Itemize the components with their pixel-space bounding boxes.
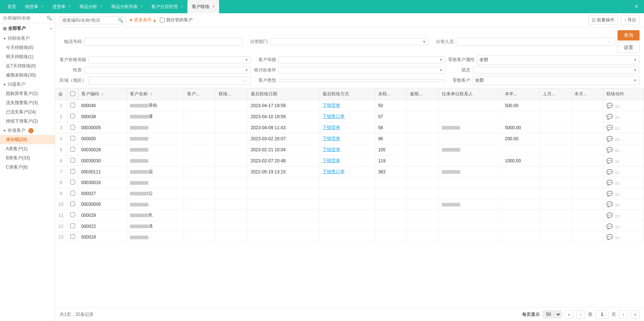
row-select-checkbox[interactable]	[70, 169, 75, 174]
tab-customer-contact[interactable]: 客户联络 ×	[187, 0, 219, 13]
message-icon[interactable]: 💬	[606, 191, 613, 197]
message-icon[interactable]: 💬	[606, 147, 613, 153]
tab-purchase-order[interactable]: 进货单 ×	[48, 0, 75, 13]
customer-type-select[interactable]	[278, 79, 446, 82]
settings-icon[interactable]: ⚙	[58, 91, 63, 97]
close-tab-product-analysis[interactable]: ×	[100, 0, 102, 13]
sort-icon-name[interactable]: ⇅	[150, 92, 153, 96]
close-tab-customer-contact[interactable]: ×	[212, 0, 215, 13]
sidebar-search-input[interactable]	[3, 15, 45, 21]
row-select-checkbox[interactable]	[70, 114, 75, 119]
region-select[interactable]: ···	[88, 77, 251, 85]
last-type-link[interactable]: 下销货单	[323, 125, 340, 130]
more-conditions[interactable]: ▼ 更多条件 ▲	[129, 17, 157, 23]
sidebar-item-class-b[interactable]: B类客户(33)	[0, 154, 55, 163]
message-icon[interactable]: 💬	[606, 201, 613, 207]
message-icon[interactable]: 💬	[606, 158, 613, 164]
region-more-icon[interactable]: ···	[242, 78, 249, 83]
sidebar-item-unclassified[interactable]: 未分组(32)	[0, 135, 55, 144]
more-actions-icon[interactable]: ⚏	[615, 114, 620, 120]
last-type-link[interactable]: 下销货单	[323, 147, 340, 152]
sidebar-item-abnormal[interactable]: 固购异常客户(2)	[0, 89, 55, 98]
close-all-tabs[interactable]: ×	[632, 3, 641, 10]
status-select[interactable]: ▼	[472, 67, 640, 74]
sidebar-item-7days[interactable]: 近7天待联络(0)	[0, 61, 55, 71]
close-tab-sales-order[interactable]: ×	[41, 0, 43, 13]
row-select-checkbox[interactable]	[70, 180, 75, 184]
section-problem-customers[interactable]: ▼ 问题客户	[0, 80, 55, 89]
page-number-input[interactable]	[595, 310, 609, 319]
row-select-checkbox[interactable]	[70, 103, 75, 107]
message-icon[interactable]: 💬	[606, 212, 613, 218]
last-type-link[interactable]: 下销货单	[323, 103, 340, 108]
message-icon[interactable]: 💬	[606, 223, 613, 229]
sidebar-item-class-c[interactable]: C类客户(6)	[0, 163, 55, 172]
retail-customer-select[interactable]: 全部 ▼	[472, 76, 640, 85]
last-type-link[interactable]: 下销货单	[323, 158, 340, 163]
tab-product-analysis[interactable]: 商品分析 ×	[75, 0, 107, 13]
section-pending-contact[interactable]: ▼ 待联络客户	[0, 34, 55, 43]
message-icon[interactable]: 💬	[606, 180, 613, 186]
export-button[interactable]: ↑ 导出	[621, 15, 640, 25]
sidebar-item-overdue[interactable]: 逾期未联络(30)	[0, 71, 55, 80]
message-icon[interactable]: 💬	[606, 103, 613, 109]
tab-home[interactable]: 首页	[3, 0, 21, 13]
row-select-checkbox[interactable]	[70, 136, 75, 141]
row-select-checkbox[interactable]	[70, 125, 75, 130]
row-select-checkbox[interactable]	[70, 158, 75, 163]
select-all-checkbox[interactable]	[70, 91, 75, 96]
sidebar-item-today[interactable]: 今天待联络(0)	[0, 43, 55, 52]
sidebar-item-lost[interactable]: 已流失客户(24)	[0, 107, 55, 117]
phone-input[interactable]	[84, 38, 243, 46]
row-select-checkbox[interactable]	[70, 201, 75, 206]
message-icon[interactable]: 💬	[606, 234, 613, 240]
close-tab-customer-segmentation[interactable]: ×	[181, 0, 183, 13]
sidebar-item-tomorrow[interactable]: 明天待联络(1)	[0, 52, 55, 61]
more-actions-icon[interactable]: ⚏	[615, 223, 620, 229]
last-type-link[interactable]: 下销售订单	[323, 169, 345, 174]
price-level-select[interactable]: ▼	[88, 56, 251, 63]
sort-icon[interactable]: ⇅	[101, 92, 104, 96]
person-more-icon[interactable]: ···	[605, 39, 612, 44]
row-select-checkbox[interactable]	[70, 191, 75, 195]
more-actions-icon[interactable]: ⚏	[615, 191, 620, 197]
last-page-button[interactable]: »	[631, 310, 640, 319]
more-actions-icon[interactable]: ⚏	[615, 147, 620, 153]
search-input[interactable]	[62, 18, 116, 23]
prev-page-button[interactable]: ‹	[576, 310, 585, 319]
tab-sales-order[interactable]: 销货单 ×	[21, 0, 48, 13]
message-icon[interactable]: 💬	[606, 125, 613, 131]
last-type-link[interactable]: 下销货单	[323, 136, 340, 141]
message-icon[interactable]: 💬	[606, 114, 613, 120]
payment-select[interactable]: ▼	[278, 67, 446, 74]
tab-product-analysis-list[interactable]: 商品分析列表 ×	[107, 0, 147, 13]
page-size-select[interactable]: 50 20 100	[543, 310, 562, 318]
first-page-button[interactable]: «	[564, 310, 573, 319]
tab-customer-segmentation[interactable]: 客户分层经营 ×	[147, 0, 187, 13]
gender-select[interactable]: ▼	[84, 67, 251, 74]
retail-attr-select[interactable]: 全部 ▼	[477, 55, 640, 64]
more-actions-icon[interactable]: ⚏	[615, 201, 620, 207]
sidebar-search-icon[interactable]: 🔍	[46, 15, 52, 21]
row-select-checkbox[interactable]	[70, 223, 75, 228]
my-customers-checkbox[interactable]	[160, 18, 165, 22]
batch-operations-button[interactable]: ☑ 批量操作	[588, 15, 618, 25]
more-actions-icon[interactable]: ⚏	[615, 136, 620, 142]
section-value-customers[interactable]: ▼ 价值客户 !	[0, 126, 55, 135]
message-icon[interactable]: 💬	[606, 169, 613, 175]
sidebar-item-churn-warning[interactable]: 流失预警客户(3)	[0, 98, 55, 107]
row-select-checkbox[interactable]	[70, 147, 75, 152]
customer-level-select[interactable]: ▼	[278, 56, 446, 63]
close-tab-purchase-order[interactable]: ×	[68, 0, 71, 13]
more-actions-icon[interactable]: ⚏	[615, 212, 620, 218]
more-actions-icon[interactable]: ⚏	[615, 158, 620, 164]
more-actions-icon[interactable]: ⚏	[615, 169, 620, 175]
sidebar-item-declining[interactable]: 持续下滑客户(2)	[0, 117, 55, 126]
query-button[interactable]: 查询	[617, 30, 640, 40]
more-actions-icon[interactable]: ⚏	[615, 103, 620, 109]
more-actions-icon[interactable]: ⚏	[615, 125, 620, 131]
all-customers-header[interactable]: ⊞ 全部客户 «	[0, 23, 55, 34]
dept-select[interactable]: ▼	[270, 38, 429, 45]
next-page-button[interactable]: ›	[619, 310, 628, 319]
my-customers-check[interactable]: 我分管的客户	[160, 17, 193, 23]
